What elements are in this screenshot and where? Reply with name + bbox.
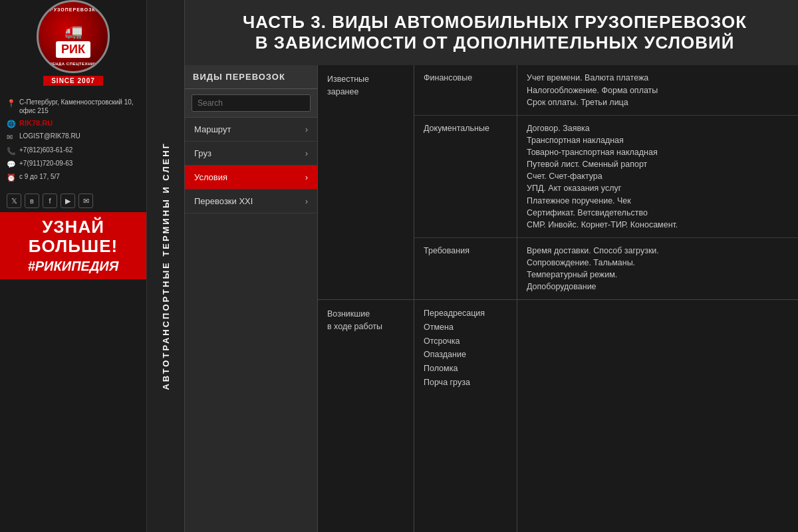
nav-arrow-gruz: ›	[305, 149, 308, 158]
whatsapp-icon: 💬	[7, 160, 16, 169]
phone-icon: 📞	[7, 146, 16, 156]
nav-table-area: ВИДЫ ПЕРЕВОЗОК Маршрут › Груз › Условия …	[185, 65, 798, 532]
app-container: ГРУЗОПЕРЕВОЗКИ 🚛 РИК АРЕНДА СПЕЦТЕХНИКИ …	[0, 0, 798, 532]
promo-section: УЗНАЙ БОЛЬШЕ! #РИКИПЕДИЯ	[0, 212, 146, 279]
row-group-known: Известныезаранее Финансовые Учет времени…	[318, 65, 798, 300]
nav-menu: ВИДЫ ПЕРЕВОЗОК Маршрут › Груз › Условия …	[185, 65, 318, 532]
address-text: С-Петербург, Каменноостровский 10, офис …	[19, 98, 140, 115]
promo-hashtag: #РИКИПЕДИЯ	[28, 259, 119, 274]
phone2-item: 💬 +7(911)720-09-63	[7, 159, 140, 169]
title-line1: ЧАСТЬ 3. ВИДЫ АВТОМОБИЛЬНЫХ ГРУЗОПЕРЕВОЗ…	[243, 12, 747, 32]
cell-financial-label: Финансовые	[414, 65, 517, 114]
hours-text: с 9 до 17, 5/7	[19, 172, 60, 181]
youtube-icon[interactable]: ▶	[61, 194, 75, 208]
cell-documentary-label: Документальные	[414, 116, 517, 237]
since-badge: SINCE 2007	[43, 76, 103, 86]
cell-documentary-content: Договор. Заявка Транспортная накладная Т…	[517, 116, 798, 237]
logo-top-text: ГРУЗОПЕРЕВОЗКИ	[39, 7, 108, 12]
nav-arrow-perevozki: ›	[305, 197, 308, 206]
nav-arrow-usloviya: ›	[305, 173, 308, 182]
email-item: ✉ LOGIST@RIK78.RU	[7, 132, 140, 142]
nav-header: ВИДЫ ПЕРЕВОЗОК	[185, 65, 317, 89]
globe-icon: 🌐	[7, 119, 16, 128]
page-title: ЧАСТЬ 3. ВИДЫ АВТОМОБИЛЬНЫХ ГРУЗОПЕРЕВОЗ…	[205, 12, 785, 53]
row-arose-content: Переадресация Отмена Отсрочка Опаздание …	[414, 300, 798, 532]
vk-icon[interactable]: в	[25, 194, 39, 208]
phone1-text: +7(812)603-61-62	[19, 146, 72, 154]
nav-item-perevozki-label: Перевозки XXI	[194, 196, 253, 206]
cell-arose-label: Возникшиев ходе работы	[318, 300, 414, 532]
facebook-icon[interactable]: f	[43, 194, 57, 208]
page-header: ЧАСТЬ 3. ВИДЫ АВТОМОБИЛЬНЫХ ГРУЗОПЕРЕВОЗ…	[185, 0, 798, 65]
logo-area: ГРУЗОПЕРЕВОЗКИ 🚛 РИК АРЕНДА СПЕЦТЕХНИКИ …	[0, 0, 146, 86]
cell-known-label: Известныезаранее	[318, 65, 414, 299]
clock-icon: ⏰	[7, 173, 16, 182]
email-icon: ✉	[7, 132, 16, 142]
row-requirements: Требования Время доставки. Способ загруз…	[414, 238, 798, 300]
website-item[interactable]: 🌐 RIK78.RU	[7, 118, 140, 128]
data-table: Известныезаранее Финансовые Учет времени…	[318, 65, 798, 532]
sidebar: ГРУЗОПЕРЕВОЗКИ 🚛 РИК АРЕНДА СПЕЦТЕХНИКИ …	[0, 0, 146, 532]
promo-main-text: УЗНАЙ БОЛЬШЕ!	[7, 217, 140, 255]
nav-arrow-marshrut: ›	[305, 125, 308, 134]
subcols-arose: Переадресация Отмена Отсрочка Опаздание …	[414, 300, 798, 532]
truck-icon: 🚛	[65, 23, 82, 40]
row-financial: Финансовые Учет времени. Валюта платежаН…	[414, 65, 798, 115]
cell-requirements-content: Время доставки. Способ загрузки. Сопрово…	[517, 238, 798, 300]
logo-circle: ГРУЗОПЕРЕВОЗКИ 🚛 РИК АРЕНДА СПЕЦТЕХНИКИ	[37, 0, 110, 73]
subcols-known: Финансовые Учет времени. Валюта платежаН…	[414, 65, 798, 299]
email-text: LOGIST@RIK78.RU	[19, 132, 80, 140]
website-link[interactable]: RIK78.RU	[19, 118, 53, 128]
hours-item: ⏰ с 9 до 17, 5/7	[7, 172, 140, 182]
search-box	[185, 89, 317, 118]
contact-info: 📍 С-Петербург, Каменноостровский 10, офи…	[0, 94, 146, 190]
logo-bottom-text: АРЕНДА СПЕЦТЕХНИКИ	[39, 62, 108, 66]
location-icon: 📍	[7, 98, 16, 108]
nav-item-gruz-label: Груз	[194, 148, 211, 158]
mail-icon[interactable]: ✉	[78, 194, 93, 208]
content-area: ЧАСТЬ 3. ВИДЫ АВТОМОБИЛЬНЫХ ГРУЗОПЕРЕВОЗ…	[185, 0, 798, 532]
nav-item-usloviya-label: Условия	[194, 172, 227, 182]
cell-arose-details	[517, 300, 798, 532]
cell-requirements-label: Требования	[414, 238, 517, 300]
nav-item-marshrut[interactable]: Маршрут ›	[185, 118, 317, 142]
nav-item-usloviya[interactable]: Условия ›	[185, 166, 317, 190]
phone1-item: 📞 +7(812)603-61-62	[7, 146, 140, 156]
rik-label: РИК	[56, 41, 90, 58]
row-documentary: Документальные Договор. Заявка Транспорт…	[414, 116, 798, 238]
cell-financial-content: Учет времени. Валюта платежаНалогообложе…	[517, 65, 798, 114]
social-icons: 𝕏 в f ▶ ✉	[0, 190, 146, 212]
cell-arose-items: Переадресация Отмена Отсрочка Опаздание …	[414, 300, 517, 532]
nav-item-gruz[interactable]: Груз ›	[185, 142, 317, 166]
title-line2: В ЗАВИСИМОСТИ ОТ ДОПОЛНИТЕЛЬНЫХ УСЛОВИЙ	[255, 33, 735, 53]
address-item: 📍 С-Петербург, Каменноостровский 10, офи…	[7, 98, 140, 115]
row-group-arose: Возникшиев ходе работы Переадресация Отм…	[318, 300, 798, 532]
vertical-label-strip: АВТОТРАНСПОРТНЫЕ ТЕРМИНЫ И СЛЕНГ	[146, 0, 185, 532]
twitter-icon[interactable]: 𝕏	[7, 194, 21, 208]
search-input[interactable]	[192, 94, 311, 112]
vertical-label-text: АВТОТРАНСПОРТНЫЕ ТЕРМИНЫ И СЛЕНГ	[161, 142, 171, 390]
nav-item-perevozki[interactable]: Перевозки XXI ›	[185, 190, 317, 213]
nav-item-marshrut-label: Маршрут	[194, 124, 231, 134]
phone2-text: +7(911)720-09-63	[19, 159, 72, 168]
